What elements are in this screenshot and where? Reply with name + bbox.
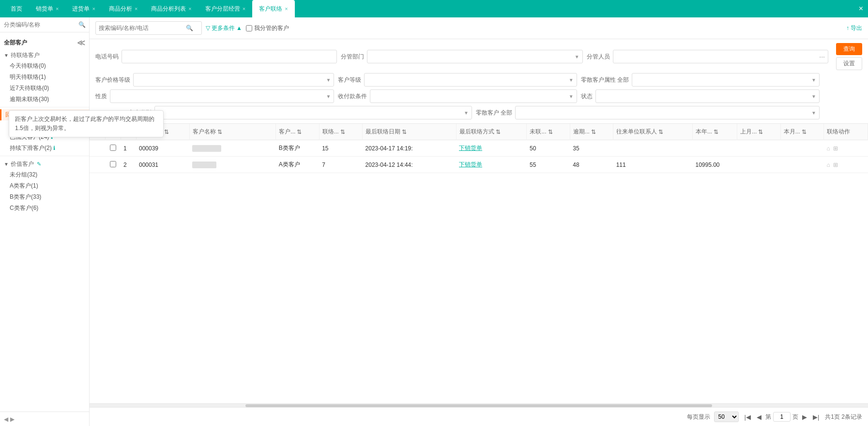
- th-last-method[interactable]: 最后联络方式⇅: [456, 124, 527, 140]
- th-related-person[interactable]: 往来单位联系人⇅: [613, 124, 693, 140]
- blurred-name-2: [192, 162, 216, 168]
- link-icon-2[interactable]: ⌂: [827, 162, 830, 168]
- last-page-button[interactable]: ▶|: [811, 412, 821, 422]
- sort-year-icon: ⇅: [714, 129, 718, 135]
- value-customer-section[interactable]: ▼ 价值客户 ✎: [0, 158, 89, 169]
- prev-page-button[interactable]: ◀: [755, 412, 763, 422]
- phone-label: 电话号码: [95, 53, 119, 61]
- settings-button[interactable]: 设置: [836, 57, 862, 70]
- person-input[interactable]: ···: [613, 50, 828, 63]
- search-icon: 🔍: [186, 25, 193, 31]
- page-input[interactable]: [773, 412, 791, 422]
- th-no-contact[interactable]: 未联...⇅: [527, 124, 570, 140]
- close-analysis-tab[interactable]: ×: [135, 6, 137, 12]
- status-input[interactable]: ▼: [595, 89, 820, 103]
- sidebar-item-today[interactable]: 今天待联络(0): [0, 60, 89, 72]
- grid-icon-1[interactable]: ⊞: [833, 145, 838, 152]
- value-customer-edit-icon[interactable]: ✎: [37, 161, 41, 167]
- sidebar-item-overdue[interactable]: 逾期未联络(30): [0, 94, 89, 105]
- customer-grade-field: 客户等级 ▼: [338, 73, 577, 87]
- export-button[interactable]: ↑ 导出: [846, 24, 862, 32]
- row1-checkbox[interactable]: [110, 145, 116, 151]
- tab-purchase[interactable]: 进货单 ×: [65, 0, 102, 17]
- nature-field: 性质 ▼: [95, 89, 334, 103]
- th-last-date[interactable]: 最后联络日期⇅: [363, 124, 457, 140]
- dept-input[interactable]: ▼: [367, 50, 582, 63]
- th-last-month[interactable]: 上月...⇅: [737, 124, 780, 140]
- th-overdue[interactable]: 逾期...⇅: [570, 124, 613, 140]
- phone-field: 电话号码: [95, 50, 337, 63]
- per-page-select[interactable]: 50 100 200: [714, 411, 739, 422]
- customer-type-input[interactable]: ▼: [154, 106, 472, 119]
- table-scroll-area[interactable]: ⚙ 客户编码⇅ 客户名称⇅ 客户...⇅ 联络...⇅ 最后联络日期⇅ 最后联络…: [90, 124, 868, 403]
- sort-level-icon: ⇅: [297, 129, 302, 135]
- th-this-month[interactable]: 本月...⇅: [780, 124, 823, 140]
- main-layout: 🔍 全部客户 ≪ ▼ 待联络客户 今天待联络(0) 明天待联络(1) 近7天待联…: [0, 17, 868, 426]
- sidebar-item-b-class[interactable]: B类客户(33): [0, 191, 89, 203]
- first-page-button[interactable]: |◀: [743, 412, 753, 422]
- sidebar-item-declining[interactable]: 持续下滑客户(2) ℹ: [0, 143, 89, 154]
- sidebar-item-a-class[interactable]: A类客户(1): [0, 180, 89, 191]
- grid-icon-2[interactable]: ⊞: [833, 162, 838, 168]
- tab-analysis[interactable]: 商品分析 ×: [102, 0, 144, 17]
- close-customer-segment-tab[interactable]: ×: [243, 6, 245, 12]
- payment-input[interactable]: ▼: [370, 89, 577, 103]
- pending-contact-section[interactable]: ▼ 待联络客户: [0, 49, 89, 60]
- tab-sales[interactable]: 销货单 ×: [29, 0, 65, 17]
- dept-label: 分管部门: [341, 53, 364, 61]
- phone-input[interactable]: [122, 50, 337, 63]
- price-grade-input[interactable]: ▼: [133, 73, 334, 87]
- blurred-name-1: [192, 145, 221, 152]
- payment-label: 收付款条件: [338, 92, 367, 101]
- horizontal-scrollbar[interactable]: [90, 403, 868, 407]
- th-level[interactable]: 客户...⇅: [276, 124, 319, 140]
- th-name[interactable]: 客户名称⇅: [189, 124, 276, 140]
- td-lastdate-2: 2023-04-12 14:44:: [363, 157, 457, 173]
- sidebar-item-tomorrow[interactable]: 明天待联络(1): [0, 72, 89, 83]
- retail-customer-input[interactable]: ▼: [515, 106, 820, 119]
- pending-contact-label: 待联络客户: [11, 51, 40, 59]
- close-analysis-list-tab[interactable]: ×: [188, 6, 191, 12]
- retail-attr-input[interactable]: ▼: [632, 73, 820, 87]
- td-check-2: [105, 157, 121, 173]
- td-num-1: 1: [121, 140, 136, 157]
- tab-analysis-list[interactable]: 商品分析列表 ×: [144, 0, 198, 17]
- search-input[interactable]: [99, 25, 186, 31]
- my-customer-checkbox[interactable]: [246, 25, 252, 31]
- row2-checkbox[interactable]: [110, 161, 116, 167]
- link-icon-1[interactable]: ⌂: [827, 145, 830, 152]
- th-contact-count[interactable]: 联络...⇅: [319, 124, 362, 140]
- tooltip-text: 距客户上次交易时长，超过了此客户的平均交易周期的1.5倍，则视为异常。: [15, 116, 154, 132]
- sidebar-collapse-button[interactable]: ≪: [77, 38, 85, 47]
- sidebar-item-ungrouped[interactable]: 未分组(32): [0, 169, 89, 180]
- customer-grade-input[interactable]: ▼: [364, 73, 577, 87]
- action-icons-2: ⌂ ⊞: [827, 162, 865, 168]
- lastmethod-link-1[interactable]: 下销货单: [459, 145, 482, 151]
- customer-table: ⚙ 客户编码⇅ 客户名称⇅ 客户...⇅ 联络...⇅ 最后联络日期⇅ 最后联络…: [90, 124, 868, 173]
- close-purchase-tab[interactable]: ×: [92, 6, 95, 12]
- nature-input[interactable]: ▼: [110, 89, 334, 103]
- close-customer-contact-tab[interactable]: ×: [285, 6, 288, 12]
- query-button[interactable]: 查询: [836, 43, 862, 55]
- sidebar-scroll-right[interactable]: ▶: [10, 416, 15, 423]
- tab-customer-contact[interactable]: 客户联络 ×: [252, 0, 294, 17]
- td-overdue-1: 35: [570, 140, 613, 157]
- sort-person-icon: ⇅: [658, 129, 663, 135]
- sidebar-item-c-class[interactable]: C类客户(6): [0, 203, 89, 214]
- window-close-button[interactable]: ×: [859, 4, 863, 13]
- close-sales-tab[interactable]: ×: [56, 6, 59, 12]
- td-thisyear-2: 10995.00: [692, 157, 737, 173]
- tab-customer-segment[interactable]: 客户分层经营 ×: [198, 0, 252, 17]
- sidebar-tree: 全部客户 ≪ ▼ 待联络客户 今天待联络(0) 明天待联络(1) 近7天待联络(…: [0, 32, 89, 411]
- filter-icon: ▽: [206, 25, 210, 31]
- tab-home[interactable]: 首页: [4, 0, 29, 17]
- sidebar-item-7days[interactable]: 近7天待联络(0): [0, 83, 89, 94]
- sidebar-search-input[interactable]: [4, 21, 76, 28]
- next-page-button[interactable]: ▶: [800, 412, 809, 422]
- value-customer-arrow: ▼: [4, 162, 9, 167]
- tooltip-box: 距客户上次交易时长，超过了此客户的平均交易周期的1.5倍，则视为异常。: [9, 110, 164, 137]
- th-this-year[interactable]: 本年...⇅: [692, 124, 737, 140]
- lastmethod-link-2[interactable]: 下销货单: [459, 161, 482, 168]
- more-filter-button[interactable]: ▽ 更多条件 ▲: [206, 24, 242, 32]
- sidebar-scroll-left[interactable]: ◀: [4, 416, 8, 423]
